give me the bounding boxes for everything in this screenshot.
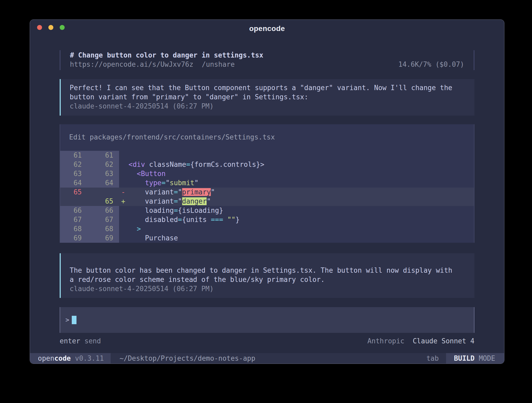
edit-tool-title: Edit packages/frontend/src/containers/Se… bbox=[60, 133, 474, 142]
diff-rows: 61616262<div className={formCs.controls}… bbox=[60, 151, 474, 243]
diff-row: 6767 disabled={units === ""} bbox=[60, 215, 474, 224]
diff-row: 65+ variant="danger" bbox=[60, 197, 474, 206]
window-title: opencode bbox=[30, 24, 504, 33]
opencode-window: opencode # Change button color to danger… bbox=[30, 19, 504, 364]
message-text: The button color has been changed to dan… bbox=[70, 266, 467, 284]
send-hint-label: send bbox=[84, 337, 101, 346]
diff-row: 6666 loading={isLoading} bbox=[60, 206, 474, 215]
diff-row: 6363 <Button bbox=[60, 169, 474, 178]
message-model-timestamp: claude-sonnet-4-20250514 (06:27 PM) bbox=[70, 102, 467, 111]
message-text-line: a red/rose color scheme instead of the b… bbox=[70, 275, 467, 284]
diff-row: 6161 bbox=[60, 151, 474, 160]
diff-row: 6262<div className={formCs.controls}> bbox=[60, 160, 474, 169]
assistant-message: The button color has been changed to dan… bbox=[60, 253, 474, 298]
diff-row: 6464 type="submit" bbox=[60, 178, 474, 188]
model-name: Claude Sonnet 4 bbox=[413, 337, 474, 345]
title-bar[interactable]: opencode bbox=[30, 20, 504, 36]
edit-tool-panel: Edit packages/frontend/src/containers/Se… bbox=[60, 124, 474, 243]
app-name-code: code bbox=[54, 354, 71, 362]
message-text-line: The button color has been changed to dan… bbox=[70, 266, 467, 275]
diff-row: 6969 Purchase bbox=[60, 234, 474, 243]
share-url-link[interactable]: https://opencode.ai/s/UwJxv76z bbox=[70, 60, 193, 69]
mode-name: BUILD bbox=[454, 354, 474, 362]
unshare-command[interactable]: /unshare bbox=[202, 60, 235, 69]
diff-row: 65- variant="primary" bbox=[60, 188, 474, 197]
message-model-timestamp: claude-sonnet-4-20250514 (06:27 PM) bbox=[70, 284, 467, 293]
prompt-input[interactable]: > bbox=[60, 307, 474, 333]
tab-key-hint[interactable]: tab bbox=[426, 354, 446, 362]
text-cursor bbox=[72, 316, 76, 324]
prompt-symbol: > bbox=[65, 316, 69, 324]
message-text-line: Perfect! I can see that the Button compo… bbox=[70, 83, 467, 92]
app-name-open: open bbox=[38, 354, 54, 362]
message-text: Perfect! I can see that the Button compo… bbox=[70, 83, 467, 102]
mode-segment[interactable]: BUILD MODE bbox=[446, 353, 504, 364]
hint-row: enter send Anthropic Claude Sonnet 4 bbox=[60, 337, 474, 346]
mode-label: MODE bbox=[479, 354, 495, 362]
token-usage: 14.6K/7% ($0.07) bbox=[398, 60, 464, 69]
diff-row: 6868 > bbox=[60, 224, 474, 234]
main-content: # Change button color to danger in setti… bbox=[60, 36, 474, 346]
provider-name: Anthropic bbox=[367, 337, 405, 345]
app-version: v0.3.11 bbox=[75, 354, 104, 362]
session-header: # Change button color to danger in setti… bbox=[60, 50, 474, 70]
model-indicator: Anthropic Claude Sonnet 4 bbox=[367, 337, 474, 346]
status-bar: opencode v0.3.11 ~/Desktop/Projects/demo… bbox=[30, 353, 504, 364]
working-directory: ~/Desktop/Projects/demo-notes-app bbox=[120, 354, 255, 362]
session-title: # Change button color to danger in setti… bbox=[70, 51, 474, 60]
app-version-segment: opencode v0.3.11 bbox=[30, 353, 111, 364]
assistant-message: Perfect! I can see that the Button compo… bbox=[60, 79, 474, 116]
enter-key-hint: enter bbox=[60, 337, 80, 346]
message-text-line: button variant from "primary" to "danger… bbox=[70, 92, 467, 102]
session-meta-row: https://opencode.ai/s/UwJxv76z /unshare … bbox=[70, 60, 474, 69]
